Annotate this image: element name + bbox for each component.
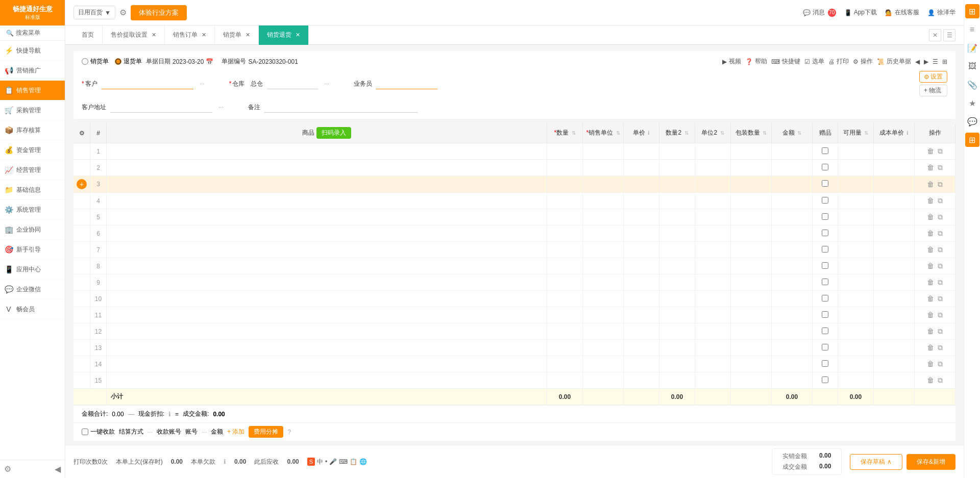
row-unit2-cell[interactable] — [695, 160, 731, 176]
row-price-cell[interactable] — [624, 323, 659, 340]
row-amount-cell[interactable] — [772, 143, 813, 160]
gift-checkbox[interactable] — [822, 230, 828, 236]
unit2-sort-icon[interactable]: ⇅ — [720, 130, 724, 136]
row-product-cell[interactable] — [107, 274, 547, 291]
row-product-cell[interactable] — [107, 225, 547, 242]
tab-sales-order[interactable]: 销售订单 ✕ — [165, 26, 215, 45]
row-unit-cell[interactable] — [583, 225, 624, 242]
delete-row-btn[interactable]: 🗑 — [926, 229, 935, 237]
row-amount-cell[interactable] — [772, 258, 813, 274]
row-cost-cell[interactable] — [874, 323, 915, 340]
copy-row-btn[interactable]: ⧉ — [937, 311, 944, 319]
row-unit2-cell[interactable] — [695, 193, 731, 209]
tab-sales-deliver-close[interactable]: ✕ — [246, 32, 250, 38]
row-avail-cell[interactable] — [838, 307, 874, 323]
row-qty2-cell[interactable] — [659, 323, 695, 340]
price-sort-icon[interactable]: ℹ — [648, 130, 650, 136]
row-qty-cell[interactable] — [547, 160, 583, 176]
row-gear-cell[interactable] — [74, 372, 90, 389]
sidebar-item-search[interactable]: 🔍 搜索菜单 — [0, 26, 65, 41]
row-unit2-cell[interactable] — [695, 143, 731, 160]
right-panel-attach-icon[interactable]: 📎 — [965, 78, 979, 92]
row-product-cell[interactable] — [107, 209, 547, 225]
qty2-sort-icon[interactable]: ⇅ — [684, 130, 689, 136]
gift-checkbox[interactable] — [822, 360, 828, 367]
row-gift-cell[interactable] — [813, 323, 838, 340]
online-service-btn[interactable]: 💁 在线客服 — [885, 8, 919, 17]
select-doc-btn[interactable]: ☑ 选单 — [804, 57, 824, 66]
row-pkg-cell[interactable] — [731, 274, 772, 291]
row-gift-cell[interactable] — [813, 372, 838, 389]
row-gear-cell[interactable] — [74, 225, 90, 242]
row-qty2-cell[interactable] — [659, 209, 695, 225]
delete-row-btn[interactable]: 🗑 — [926, 262, 935, 270]
print-btn[interactable]: 🖨 打印 — [828, 57, 849, 66]
address-input[interactable] — [110, 102, 212, 113]
row-amount-cell[interactable] — [772, 209, 813, 225]
one-click-label[interactable]: 一键收款 — [82, 427, 115, 436]
gift-checkbox[interactable] — [822, 279, 828, 285]
row-gift-cell[interactable] — [813, 258, 838, 274]
experience-btn[interactable]: 体验行业方案 — [131, 5, 187, 20]
row-avail-cell[interactable] — [838, 176, 874, 193]
row-qty2-cell[interactable] — [659, 307, 695, 323]
row-gift-cell[interactable] — [813, 307, 838, 323]
row-unit-cell[interactable] — [583, 356, 624, 372]
radio-sales-label[interactable]: 销货单 — [82, 57, 109, 66]
message-btn[interactable]: 💬 消息 70 — [803, 8, 836, 17]
industry-select[interactable]: 日用百货 ▼ — [74, 6, 115, 19]
row-cost-cell[interactable] — [874, 160, 915, 176]
row-amount-cell[interactable] — [772, 307, 813, 323]
settings-icon[interactable]: ⚙ — [119, 8, 127, 17]
row-gear-cell[interactable] — [74, 307, 90, 323]
row-qty-cell[interactable] — [547, 176, 583, 193]
row-qty2-cell[interactable] — [659, 372, 695, 389]
row-price-cell[interactable] — [624, 258, 659, 274]
row-unit2-cell[interactable] — [695, 242, 731, 258]
copy-row-btn[interactable]: ⧉ — [937, 147, 944, 156]
row-avail-cell[interactable] — [838, 340, 874, 356]
copy-row-btn[interactable]: ⧉ — [937, 245, 944, 254]
one-click-checkbox[interactable] — [82, 429, 88, 435]
delete-row-btn[interactable]: 🗑 — [926, 196, 935, 205]
video-btn[interactable]: ▶ 视频 — [722, 57, 741, 66]
sidebar-item-operations[interactable]: 📈 经营管理 — [0, 160, 65, 180]
copy-row-btn[interactable]: ⧉ — [937, 180, 944, 189]
row-gear-cell[interactable] — [74, 323, 90, 340]
radio-return-label[interactable]: 退货单 — [115, 57, 142, 66]
sidebar-item-finance[interactable]: 💰 资金管理 — [0, 140, 65, 160]
row-qty-cell[interactable] — [547, 274, 583, 291]
row-pkg-cell[interactable] — [731, 372, 772, 389]
delete-row-btn[interactable]: 🗑 — [926, 376, 935, 384]
gift-checkbox[interactable] — [822, 246, 828, 253]
row-avail-cell[interactable] — [838, 291, 874, 307]
row-cost-cell[interactable] — [874, 372, 915, 389]
row-gear-cell[interactable] — [74, 274, 90, 291]
row-unit2-cell[interactable] — [695, 209, 731, 225]
row-product-cell[interactable] — [107, 340, 547, 356]
tab-menu-btn[interactable]: ☰ — [943, 29, 955, 41]
fee-btn[interactable]: 费用分摊 — [249, 426, 283, 438]
cost-sort-icon[interactable]: ℹ — [906, 130, 909, 136]
sidebar-item-marketing[interactable]: 📢 营销推广 — [0, 61, 65, 81]
row-unit-cell[interactable] — [583, 323, 624, 340]
right-panel-img-icon[interactable]: 🖼 — [965, 59, 979, 73]
delete-row-btn[interactable]: 🗑 — [926, 245, 935, 254]
row-pkg-cell[interactable] — [731, 176, 772, 193]
row-qty2-cell[interactable] — [659, 274, 695, 291]
row-qty2-cell[interactable] — [659, 340, 695, 356]
row-gear-cell[interactable] — [74, 258, 90, 274]
operate-btn[interactable]: ⚙ 操作 — [853, 57, 873, 66]
row-cost-cell[interactable] — [874, 176, 915, 193]
row-unit-cell[interactable] — [583, 176, 624, 193]
delete-row-btn[interactable]: 🗑 — [926, 180, 935, 188]
row-gift-cell[interactable] — [813, 209, 838, 225]
doc-date-value[interactable]: 2023-03-20 — [173, 58, 204, 65]
row-avail-cell[interactable] — [838, 274, 874, 291]
copy-row-btn[interactable]: ⧉ — [937, 229, 944, 238]
row-avail-cell[interactable] — [838, 225, 874, 242]
row-unit-cell[interactable] — [583, 209, 624, 225]
warehouse-input[interactable] — [267, 78, 318, 89]
app-download-btn[interactable]: 📱 App下载 — [844, 8, 877, 17]
row-amount-cell[interactable] — [772, 176, 813, 193]
